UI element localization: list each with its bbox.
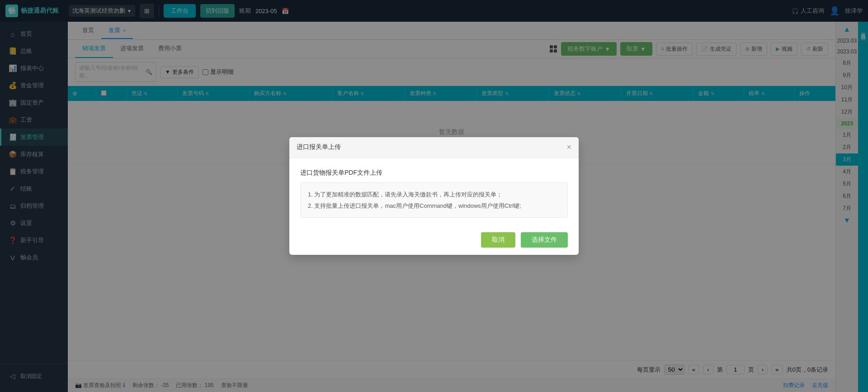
upload-title: 进口货物报关单PDF文件上传 bbox=[300, 169, 568, 177]
modal-overlay[interactable]: 进口报关单上传 × 进口货物报关单PDF文件上传 1. 为了更加精准的数据匹配，… bbox=[0, 0, 868, 392]
modal-footer: 取消 选择文件 bbox=[289, 225, 579, 255]
import-customs-modal: 进口报关单上传 × 进口货物报关单PDF文件上传 1. 为了更加精准的数据匹配，… bbox=[289, 137, 579, 255]
modal-title: 进口报关单上传 bbox=[297, 143, 341, 151]
modal-select-file-button[interactable]: 选择文件 bbox=[521, 232, 568, 248]
modal-body: 进口货物报关单PDF文件上传 1. 为了更加精准的数据匹配，请先录入海关缴款书，… bbox=[289, 158, 579, 225]
info-box: 1. 为了更加精准的数据匹配，请先录入海关缴款书，再上传对应的报关单； 2. 支… bbox=[300, 182, 568, 218]
modal-cancel-button[interactable]: 取消 bbox=[481, 232, 515, 248]
info-item-2: 2. 支持批量上传进口报关单，mac用户使用Command键，windows用户… bbox=[308, 201, 560, 211]
modal-close-button[interactable]: × bbox=[566, 143, 571, 152]
modal-header: 进口报关单上传 × bbox=[289, 137, 579, 158]
info-item-1: 1. 为了更加精准的数据匹配，请先录入海关缴款书，再上传对应的报关单； bbox=[308, 189, 560, 200]
